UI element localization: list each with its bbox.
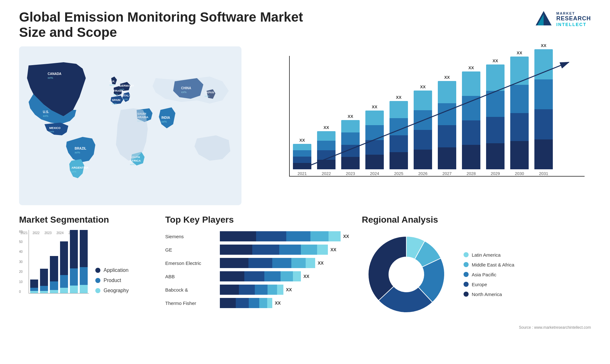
regional-analysis: Regional Analysis Latin AmericaMiddle Ea… — [362, 215, 591, 319]
seg-bar-group — [50, 230, 58, 293]
player-row: GEXX — [165, 245, 349, 255]
svg-text:xx%: xx% — [113, 93, 118, 96]
svg-text:ITALY: ITALY — [123, 94, 131, 97]
seg-legend-item: Application — [95, 267, 129, 273]
reg-legend-label: Asia Pacific — [472, 272, 497, 277]
svg-text:xx%: xx% — [110, 84, 114, 86]
donut-container — [362, 230, 451, 319]
svg-text:INDIA: INDIA — [161, 116, 170, 119]
player-xx: XX — [303, 274, 309, 279]
player-row: Thermo FisherXX — [165, 298, 349, 308]
player-row: ABBXX — [165, 271, 349, 281]
logo-box: MARKET RESEARCH INTELLECT — [534, 10, 591, 29]
player-name: Siemens — [165, 234, 216, 239]
player-xx: XX — [330, 247, 336, 252]
logo-icon — [534, 10, 553, 29]
svg-text:xx%: xx% — [71, 170, 76, 173]
seg-legend-item: Geography — [95, 288, 129, 293]
svg-text:xx%: xx% — [75, 151, 80, 154]
reg-legend-item: Middle East & Africa — [464, 262, 514, 267]
reg-legend-dot — [464, 292, 469, 297]
regional-content: Latin AmericaMiddle East & AfricaAsia Pa… — [362, 230, 591, 319]
bar-group: XX2031 — [534, 43, 553, 176]
donut-chart — [362, 230, 451, 319]
svg-text:SPAIN: SPAIN — [112, 98, 120, 102]
reg-legend-dot — [464, 262, 469, 267]
seg-bar-group — [60, 230, 68, 293]
legend-dot — [95, 268, 100, 273]
player-bar — [220, 245, 328, 255]
page-title: Global Emission Monitoring Software Mark… — [19, 10, 305, 40]
logo-intellect: INTELLECT — [556, 22, 591, 27]
reg-legend-item: Asia Pacific — [464, 272, 514, 277]
player-row: Emerson ElectricXX — [165, 258, 349, 268]
svg-text:xx%: xx% — [161, 120, 167, 123]
player-bar — [220, 271, 301, 281]
player-row: SiemensXX — [165, 231, 349, 241]
player-xx: XX — [286, 287, 292, 292]
reg-legend-label: North America — [472, 292, 502, 297]
svg-marker-2 — [544, 11, 552, 25]
svg-text:xx%: xx% — [112, 102, 117, 105]
bottom-section: Market Segmentation 0 10 20 30 40 50 60 — [19, 215, 591, 319]
segmentation-title: Market Segmentation — [19, 215, 152, 225]
reg-legend-label: Europe — [472, 282, 487, 287]
svg-text:CANADA: CANADA — [48, 72, 61, 76]
legend-dot — [95, 288, 100, 293]
market-segmentation: Market Segmentation 0 10 20 30 40 50 60 — [19, 215, 152, 319]
legend-label: Application — [104, 267, 128, 273]
seg-content: 0 10 20 30 40 50 60 2021202220232024202 — [19, 230, 152, 303]
reg-legend-dot — [464, 272, 469, 277]
player-row: Babcock &XX — [165, 285, 349, 295]
reg-legend-dot — [464, 282, 469, 287]
regional-legend: Latin AmericaMiddle East & AfricaAsia Pa… — [464, 252, 514, 297]
svg-text:GERMANY: GERMANY — [119, 84, 134, 87]
bar-group: XX2025 — [390, 95, 408, 176]
bar-group: XX2028 — [462, 65, 480, 176]
reg-legend-label: Latin America — [472, 252, 501, 258]
seg-bar-group — [80, 230, 88, 293]
player-bar — [220, 258, 315, 268]
logo-area: MARKET RESEARCH INTELLECT — [534, 10, 591, 29]
world-map-container: CANADA xx% U.S. xx% MEXICO xx% BRAZIL xx… — [19, 46, 241, 205]
bar-chart-area: XX2021XX2022XX2023XX2024XX2025XX2026XX20… — [289, 56, 585, 177]
svg-text:xx%: xx% — [130, 163, 135, 166]
logo-market: MARKET — [556, 11, 591, 15]
bar-chart-container: XX2021XX2022XX2023XX2024XX2025XX2026XX20… — [254, 46, 591, 205]
reg-legend-dot — [464, 252, 469, 257]
logo-research: RESEARCH — [556, 15, 591, 22]
bar-group: XX2022 — [317, 125, 336, 176]
svg-text:U.K.: U.K. — [110, 80, 115, 83]
key-players-title: Top Key Players — [165, 215, 349, 225]
world-map-svg: CANADA xx% U.S. xx% MEXICO xx% BRAZIL xx… — [19, 46, 241, 205]
svg-text:xx%: xx% — [123, 98, 128, 101]
source-text: Source : www.marketresearchintellect.com — [19, 325, 591, 330]
logo-text-block: MARKET RESEARCH INTELLECT — [556, 11, 591, 27]
player-xx: XX — [343, 234, 349, 239]
reg-legend-item: Latin America — [464, 252, 514, 258]
key-players: Top Key Players SiemensXXGEXXEmerson Ele… — [165, 215, 349, 319]
svg-text:xx%: xx% — [43, 114, 48, 118]
player-xx: XX — [318, 260, 324, 266]
svg-text:xx%: xx% — [48, 76, 53, 79]
svg-text:U.S.: U.S. — [43, 110, 49, 114]
player-name: Emerson Electric — [165, 260, 216, 266]
player-name: Thermo Fisher — [165, 300, 216, 306]
players-list: SiemensXXGEXXEmerson ElectricXXABBXXBabc… — [165, 231, 349, 308]
svg-text:ARGENTINA: ARGENTINA — [71, 166, 89, 169]
svg-text:AFRICA: AFRICA — [130, 159, 141, 162]
legend-label: Product — [104, 278, 121, 283]
seg-bar-group — [70, 230, 78, 293]
player-bar — [220, 231, 341, 241]
bar-group: XX2026 — [414, 84, 432, 176]
svg-text:MEXICO: MEXICO — [49, 126, 61, 130]
svg-text:xx%: xx% — [49, 130, 54, 133]
seg-bar-group — [40, 230, 48, 293]
svg-text:xx%: xx% — [119, 88, 124, 91]
bar-group: XX2027 — [438, 75, 456, 176]
seg-legend: ApplicationProductGeography — [95, 267, 129, 303]
player-xx: XX — [275, 300, 281, 306]
player-name: GE — [165, 247, 216, 253]
bar-group: XX2023 — [341, 114, 360, 176]
top-section: CANADA xx% U.S. xx% MEXICO xx% BRAZIL xx… — [19, 46, 591, 205]
